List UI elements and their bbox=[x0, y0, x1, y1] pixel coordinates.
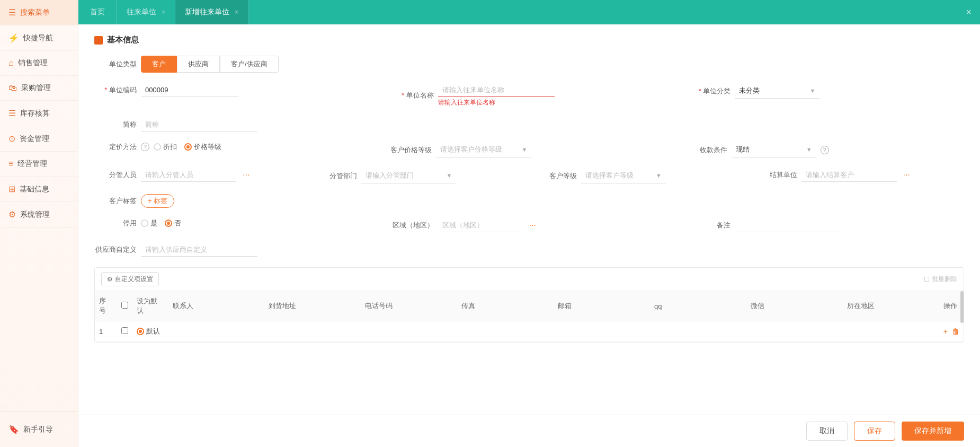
remark-input[interactable] bbox=[735, 218, 841, 232]
col-checkbox bbox=[117, 291, 132, 321]
pricing-help-icon[interactable]: ? bbox=[141, 143, 149, 151]
sidebar-item-ops[interactable]: ≡ 经营管理 bbox=[0, 152, 78, 177]
sidebar-item-basic[interactable]: ⊞ 基础信息 bbox=[0, 177, 78, 202]
cancel-button[interactable]: 取消 bbox=[806, 422, 848, 441]
settlement-more-icon[interactable]: ··· bbox=[901, 170, 912, 180]
unit-type-buttons: 客户 供应商 客户/供应商 bbox=[141, 56, 279, 73]
unit-btn-customer[interactable]: 客户 bbox=[141, 56, 177, 73]
main-area: 首页 往来单位 × 新增往来单位 × × 基本信息 单位类型 客户 供应商 客户… bbox=[78, 0, 980, 447]
sidebar-item-label: 系统管理 bbox=[20, 210, 50, 220]
sidebar-item-label: 销售管理 bbox=[18, 58, 48, 68]
select-all-checkbox[interactable] bbox=[121, 302, 128, 309]
col-address: 到货地址 bbox=[264, 291, 361, 321]
supplier-custom-input[interactable] bbox=[141, 243, 257, 257]
cell-qq[interactable] bbox=[650, 321, 746, 342]
footer: 取消 保存 保存并新增 bbox=[78, 415, 980, 447]
supervisor-input[interactable] bbox=[141, 168, 236, 182]
box-icon: ☰ bbox=[8, 108, 16, 118]
sidebar-item-label: 基础信息 bbox=[20, 185, 49, 194]
tab-home[interactable]: 首页 bbox=[78, 0, 117, 24]
sidebar-item-finance[interactable]: ⊙ 资金管理 bbox=[0, 126, 78, 152]
supervisor-field: 分管人员 ··· bbox=[94, 168, 304, 182]
table-body: 1 默认 bbox=[95, 321, 964, 342]
payment-terms-help-icon[interactable]: ? bbox=[821, 146, 829, 154]
row-checkbox[interactable] bbox=[121, 327, 128, 334]
payment-terms-select[interactable]: 现结 ▼ bbox=[732, 142, 816, 157]
supervisor-label: 分管人员 bbox=[94, 170, 137, 180]
customer-level-select[interactable]: 请选择客户等级 ▼ bbox=[581, 168, 666, 183]
abbr-input[interactable] bbox=[141, 118, 257, 132]
fax-input[interactable] bbox=[461, 328, 549, 336]
unit-btn-supplier[interactable]: 供应商 bbox=[177, 56, 220, 73]
tab-new-partner[interactable]: 新增往来单位 × bbox=[175, 0, 248, 24]
scrollbar-thumb[interactable] bbox=[960, 291, 964, 323]
global-close-btn[interactable]: × bbox=[957, 7, 980, 18]
area-input[interactable] bbox=[847, 328, 935, 336]
unit-btn-both[interactable]: 客户/供应商 bbox=[220, 56, 279, 73]
customer-price-level-select[interactable]: 请选择客户价格等级 ▼ bbox=[436, 142, 531, 157]
gear-small-icon: ⚙ bbox=[107, 276, 113, 283]
customer-price-level-label: 客户价格等级 bbox=[389, 145, 432, 155]
qq-input[interactable] bbox=[654, 328, 742, 336]
customize-button[interactable]: ⚙ 自定义项设置 bbox=[101, 272, 159, 286]
sidebar-item-label: 经营管理 bbox=[17, 159, 47, 169]
customize-label: 自定义项设置 bbox=[115, 275, 153, 284]
batch-delete-button[interactable]: ☐ 批量删除 bbox=[924, 275, 957, 284]
name-label: 单位名称 bbox=[391, 91, 434, 100]
cell-wechat[interactable] bbox=[746, 321, 843, 342]
bag-icon: 🛍 bbox=[8, 83, 17, 93]
sidebar-item-quicknav[interactable]: ⚡ 快捷导航 bbox=[0, 25, 78, 51]
name-input[interactable] bbox=[438, 83, 555, 97]
save-new-button[interactable]: 保存并新增 bbox=[902, 422, 964, 441]
settlement-unit-label: 结算单位 bbox=[755, 170, 797, 180]
col-qq: qq bbox=[650, 291, 746, 321]
sidebar-item-purchase[interactable]: 🛍 采购管理 bbox=[0, 76, 78, 101]
sidebar-item-inventory[interactable]: ☰ 库存核算 bbox=[0, 101, 78, 126]
tab-partners-close[interactable]: × bbox=[162, 8, 165, 16]
sidebar-item-label: 搜索菜单 bbox=[20, 8, 50, 17]
save-button[interactable]: 保存 bbox=[854, 422, 895, 441]
tag-row: 客户标签 + 标签 bbox=[94, 194, 964, 208]
pricing-radio-level[interactable]: 价格等级 bbox=[184, 142, 221, 152]
region-field: 区域（地区） ··· bbox=[391, 218, 667, 232]
region-input[interactable] bbox=[438, 218, 523, 232]
sidebar-item-sales[interactable]: ⌂ 销售管理 bbox=[0, 51, 78, 76]
department-select[interactable]: 请输入分管部门 ▼ bbox=[361, 168, 457, 183]
sidebar-item-guide[interactable]: 🔖 新手引导 bbox=[0, 417, 78, 442]
sidebar: ☰ 搜索菜单 ⚡ 快捷导航 ⌂ 销售管理 🛍 采购管理 ☰ 库存核算 ⊙ 资金管… bbox=[0, 0, 78, 447]
sidebar-item-system[interactable]: ⚙ 系统管理 bbox=[0, 202, 78, 227]
email-input[interactable] bbox=[558, 328, 646, 336]
wechat-input[interactable] bbox=[751, 328, 839, 336]
settlement-unit-input[interactable] bbox=[801, 168, 897, 182]
tab-new-partner-close[interactable]: × bbox=[235, 8, 238, 16]
disabled-label: 停用 bbox=[94, 218, 137, 228]
cell-area[interactable] bbox=[843, 321, 939, 342]
delete-row-btn[interactable]: 🗑 bbox=[952, 327, 959, 336]
lock-icon: ⊙ bbox=[8, 134, 15, 144]
add-row-btn[interactable]: + bbox=[943, 327, 948, 336]
cell-contact[interactable] bbox=[168, 321, 265, 342]
name-input-group: 请输入往来单位名称 bbox=[438, 83, 555, 107]
cell-email[interactable] bbox=[554, 321, 650, 342]
sidebar-item-label: 资金管理 bbox=[20, 134, 49, 144]
pricing-radio-discount[interactable]: 折扣 bbox=[154, 142, 177, 152]
tab-partners[interactable]: 往来单位 × bbox=[117, 0, 175, 24]
default-label: 默认 bbox=[146, 327, 160, 336]
region-more-icon[interactable]: ··· bbox=[527, 221, 538, 230]
address-input[interactable] bbox=[269, 328, 357, 336]
add-tag-button[interactable]: + 标签 bbox=[141, 194, 174, 208]
sidebar-item-search[interactable]: ☰ 搜索菜单 bbox=[0, 0, 78, 25]
disabled-no[interactable]: 否 bbox=[165, 218, 181, 228]
cell-address[interactable] bbox=[264, 321, 361, 342]
category-select[interactable]: 未分类 ▼ bbox=[735, 83, 819, 99]
section-icon bbox=[94, 36, 103, 45]
cell-phone[interactable] bbox=[361, 321, 457, 342]
default-radio[interactable]: 默认 bbox=[137, 327, 164, 336]
code-input[interactable] bbox=[141, 83, 238, 97]
supervisor-more-icon[interactable]: ··· bbox=[240, 170, 252, 180]
cell-fax[interactable] bbox=[457, 321, 554, 342]
department-field: 分管部门 请输入分管部门 ▼ bbox=[315, 168, 524, 183]
phone-input[interactable] bbox=[365, 328, 453, 336]
disabled-yes[interactable]: 是 bbox=[141, 218, 157, 228]
contact-input[interactable] bbox=[173, 328, 261, 336]
